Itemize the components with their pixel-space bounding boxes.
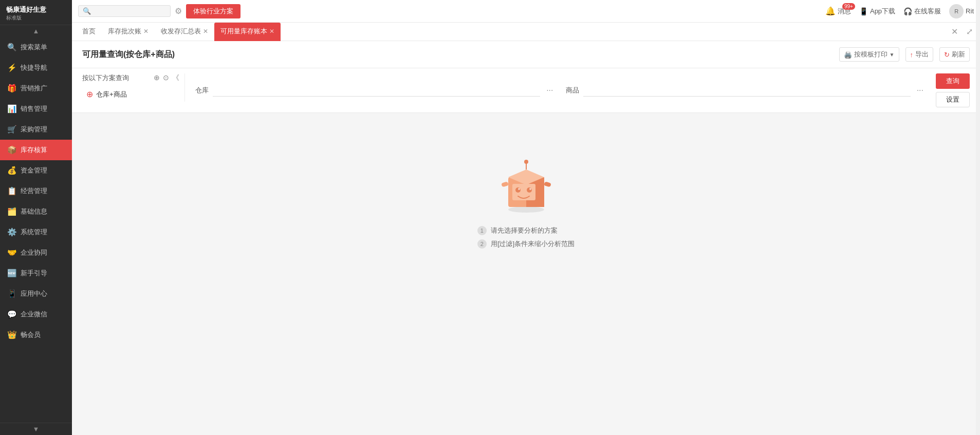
tabs-bar: 首页 库存批次账 ✕ 收发存汇总表 ✕ 可用量库存账本 ✕ ✕ ⤢ [72,23,980,41]
settings-button[interactable]: 设置 [936,92,970,107]
tab-home-label: 首页 [82,27,96,36]
online-service-label: 在线客服 [914,7,941,16]
industry-solution-button[interactable]: 体验行业方案 [186,4,241,18]
sidebar-item-label: 销售管理 [21,104,47,114]
sidebar-item-purchase[interactable]: 🛒 采购管理 [0,119,72,140]
hint-text-1: 请先选择要分析的方案 [491,226,558,235]
goods-input[interactable] [583,84,911,97]
topbar-search-box[interactable]: 🔍 [78,5,171,17]
sidebar-item-appcenter[interactable]: 📱 应用中心 [0,283,72,304]
tab-close-all-button[interactable]: ✕ [948,26,961,37]
sidebar-item-marketing[interactable]: 🎁 营销推广 [0,78,72,99]
tab-home[interactable]: 首页 [76,23,102,41]
svg-point-6 [527,187,532,193]
shortcut-icon: ⚡ [7,63,16,72]
sidebar-item-label: 经营管理 [21,186,47,196]
sidebar-item-cooperation[interactable]: 🤝 企业协同 [0,242,72,263]
user-profile[interactable]: R Rit [949,4,974,18]
sidebar-item-label: 系统管理 [21,228,47,237]
app-download-label: App下载 [870,7,895,16]
sidebar-item-finance[interactable]: 💰 资金管理 [0,160,72,181]
hint-num-1: 1 [477,226,487,235]
sidebar-nav: 🔍 搜索菜单 ⚡ 快捷导航 🎁 营销推广 📊 销售管理 🛒 采购管理 📦 库存核… [0,37,72,423]
empty-hint-1: 1 请先选择要分析的方案 [477,226,575,235]
user-name: Rit [966,7,974,15]
search-input[interactable] [93,8,155,15]
warehouse-more-button[interactable]: ··· [544,86,555,95]
sidebar-item-search[interactable]: 🔍 搜索菜单 [0,37,72,58]
filter-scheme-panel: 按以下方案查询 ⊕ ⊙ 《 ⊕ 仓库+商品 [82,73,185,102]
refresh-button[interactable]: ↻ 刷新 [939,47,970,62]
export-icon: ↑ [910,51,914,59]
sidebar-item-inventory[interactable]: 📦 库存核算 [0,140,72,160]
sidebar-item-newuser[interactable]: 🆕 新手引导 [0,263,72,283]
right-scrollbar [976,0,980,435]
scheme-item-warehouse-goods[interactable]: ⊕ 仓库+商品 [82,87,179,102]
svg-point-5 [515,187,521,193]
tab-summary-close[interactable]: ✕ [203,28,208,35]
headset-icon: 🎧 [903,7,912,15]
sidebar-item-label: 畅会员 [21,330,41,339]
page-content: 可用量查询(按仓库+商品) 🖨️ 按模板打印 ▼ ↑ 导出 ↻ 刷新 [72,41,980,435]
scheme-label: 仓库+商品 [96,90,127,99]
filter-field-warehouse: 仓库 ··· [195,84,556,97]
sidebar-item-label: 采购管理 [21,125,47,134]
online-service-button[interactable]: 🎧 在线客服 [903,7,941,16]
sidebar-scroll-up[interactable]: ▲ [0,25,72,37]
system-icon: ⚙️ [7,228,16,237]
sidebar-scroll-down[interactable]: ▼ [0,423,72,435]
scheme-icon: ⊕ [86,89,93,99]
sidebar-item-basic[interactable]: 🗂️ 基础信息 [0,201,72,222]
marketing-icon: 🎁 [7,84,16,93]
app-download-button[interactable]: 📱 App下载 [859,7,895,16]
sidebar-item-label: 营销推广 [21,84,47,93]
message-button[interactable]: 🔔 消息 99+ [825,6,851,16]
tab-batch[interactable]: 库存批次账 ✕ [102,23,155,41]
sidebar-item-system[interactable]: ⚙️ 系统管理 [0,222,72,242]
sidebar-item-member[interactable]: 👑 畅会员 [0,325,72,345]
topbar-right: 🔔 消息 99+ 📱 App下载 🎧 在线客服 R Rit [825,4,974,18]
svg-point-10 [524,160,528,164]
gear-icon[interactable]: ⚙ [175,6,182,16]
warehouse-input[interactable] [213,84,540,97]
sidebar-item-shortcut[interactable]: ⚡ 快捷导航 [0,58,72,78]
settings-scheme-button[interactable]: ⊙ [163,73,169,83]
goods-more-button[interactable]: ··· [915,86,926,95]
app-version: 标准版 [6,14,66,22]
wechat-icon: 💬 [7,310,16,319]
sidebar-item-label: 企业微信 [21,310,47,319]
filter-section-title: 按以下方案查询 [82,73,129,83]
page-title: 可用量查询(按仓库+商品) [82,49,175,60]
svg-point-7 [518,188,520,190]
tab-available-close[interactable]: ✕ [269,28,274,35]
tab-maximize-button[interactable]: ⤢ [963,26,976,37]
empty-illustration [495,154,557,216]
export-button[interactable]: ↑ 导出 [905,47,934,62]
page-header-actions: 🖨️ 按模板打印 ▼ ↑ 导出 ↻ 刷新 [839,47,970,62]
sidebar-item-operations[interactable]: 📋 经营管理 [0,181,72,201]
purchase-icon: 🛒 [7,125,16,134]
tab-batch-close[interactable]: ✕ [143,28,149,35]
filter-field-goods: 商品 ··· [566,84,926,97]
print-icon: 🖨️ [844,51,852,59]
svg-point-0 [508,206,544,213]
collapse-button[interactable]: 《 [172,73,179,83]
sidebar-item-sales[interactable]: 📊 销售管理 [0,99,72,119]
main-area: 🔍 ⚙ 体验行业方案 🔔 消息 99+ 📱 App下载 🎧 在线客服 R [72,0,980,435]
query-button[interactable]: 查询 [936,73,970,89]
sidebar-logo: 畅康通好生意 标准版 [0,0,72,25]
print-button[interactable]: 🖨️ 按模板打印 ▼ [839,47,899,62]
topbar: 🔍 ⚙ 体验行业方案 🔔 消息 99+ 📱 App下载 🎧 在线客服 R [72,0,980,23]
filter-area: 按以下方案查询 ⊕ ⊙ 《 ⊕ 仓库+商品 仓库 ··· [72,68,980,113]
basic-icon: 🗂️ [7,207,16,216]
filter-scheme-actions: ⊕ ⊙ 《 [154,73,179,83]
svg-rect-12 [544,181,551,187]
goods-field-label: 商品 [566,86,579,95]
tab-available[interactable]: 可用量库存账本 ✕ [214,23,281,41]
empty-robot-svg [495,154,557,216]
tab-summary[interactable]: 收发存汇总表 ✕ [155,23,214,41]
sidebar-item-wechat[interactable]: 💬 企业微信 [0,304,72,325]
add-scheme-button[interactable]: ⊕ [154,73,160,83]
message-icon: 🔔 [825,6,836,16]
cooperation-icon: 🤝 [7,248,16,257]
